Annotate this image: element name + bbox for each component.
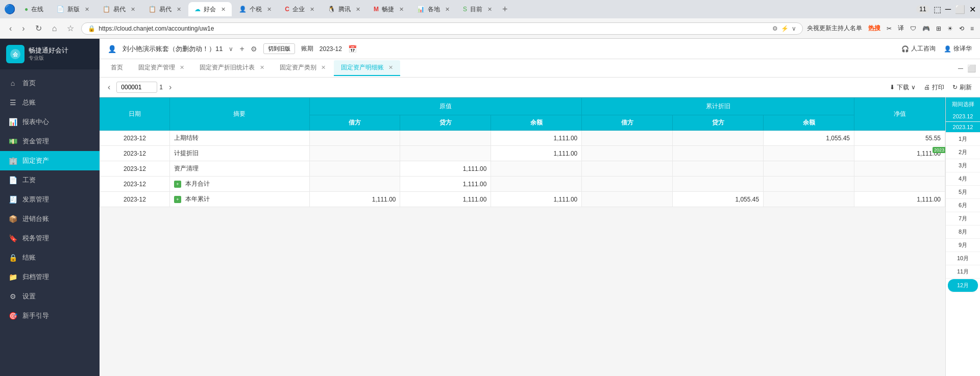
- hot-search-label[interactable]: 热搜: [868, 24, 880, 33]
- cell-lj-c-5: 1,055.45: [673, 192, 764, 207]
- period-month-1[interactable]: 1月: [946, 133, 980, 146]
- period-month-3[interactable]: 3月: [946, 159, 980, 172]
- home-button[interactable]: ⌂: [49, 23, 60, 34]
- cell-date-2: 2023-12: [100, 146, 170, 161]
- sidebar-item-reports[interactable]: 📊 报表中心: [0, 112, 100, 132]
- download-button[interactable]: ⬇ 下载 ∨: [890, 83, 916, 92]
- period-month-8[interactable]: 8月: [946, 225, 980, 239]
- tab-online[interactable]: ● 在线: [18, 2, 50, 16]
- settings-button[interactable]: ⚙: [251, 45, 257, 53]
- print-button[interactable]: 🖨 打印: [924, 83, 944, 92]
- url-bar[interactable]: 🔒 https://cloud.chanjet.com/accounting/u…: [81, 22, 803, 35]
- col-netvalue: 净值: [854, 98, 945, 131]
- sidebar-label-archive: 归档管理: [22, 272, 49, 282]
- tab-asset-management[interactable]: 固定资产管理 ✕: [131, 60, 191, 76]
- refresh-data-button[interactable]: ↻ 刷新: [952, 83, 972, 92]
- forward-button[interactable]: ›: [19, 23, 28, 34]
- sidebar-item-ledger[interactable]: ☰ 总账: [0, 93, 100, 112]
- sidebar-item-archive[interactable]: 📁 归档管理: [0, 267, 100, 287]
- sidebar-item-closing[interactable]: 🔒 结账: [0, 248, 100, 267]
- period-month-4[interactable]: 4月: [946, 172, 980, 186]
- tab-muqian[interactable]: S 目前 ✕: [457, 2, 498, 16]
- tab-close[interactable]: ✕: [267, 6, 272, 13]
- period-month-6[interactable]: 6月: [946, 199, 980, 212]
- cell-yz-c-3: 1,111.00: [400, 161, 491, 177]
- period-month-10[interactable]: 10月: [946, 252, 980, 265]
- add-button[interactable]: +: [239, 44, 244, 54]
- cell-summary-1: 上期结转: [169, 131, 309, 146]
- period-month-2[interactable]: 2月: [946, 146, 980, 159]
- version-button[interactable]: 切到旧版: [263, 43, 295, 54]
- next-asset-button[interactable]: ›: [169, 83, 172, 92]
- sidebar-item-tax[interactable]: 🔖 税务管理: [0, 229, 100, 248]
- tab-homepage[interactable]: 首页: [104, 60, 130, 76]
- tab-getax[interactable]: 👤 个税 ✕: [233, 2, 278, 16]
- tab-yidai1[interactable]: 📋 易代 ✕: [96, 2, 141, 16]
- sidebar-item-settings[interactable]: ⚙ 设置: [0, 287, 100, 306]
- period-month-11[interactable]: 11月: [946, 265, 980, 279]
- tab-asset-category[interactable]: 固定资产类别 ✕: [273, 60, 333, 76]
- sidebar-label-funds: 资金管理: [22, 137, 49, 146]
- tab-close[interactable]: ✕: [131, 6, 135, 13]
- sidebar-item-inventory[interactable]: 📦 进销台账: [0, 209, 100, 229]
- refresh-button[interactable]: ↻: [32, 22, 45, 34]
- sidebar-item-home[interactable]: ⌂ 首页: [0, 73, 100, 93]
- tab-close[interactable]: ✕: [356, 6, 360, 13]
- tab-depreciation-stats[interactable]: 固定资产折旧统计表 ✕: [192, 60, 271, 76]
- sidebar-item-funds[interactable]: 💵 资金管理: [0, 132, 100, 151]
- settings-icon: ⚙: [8, 292, 17, 301]
- tab-gedi[interactable]: 📊 各地 ✕: [411, 2, 456, 16]
- tab-close-detail[interactable]: ✕: [388, 64, 393, 70]
- tab-close-dep-stats[interactable]: ✕: [260, 64, 264, 70]
- sidebar-label-ledger: 总账: [22, 98, 36, 107]
- sidebar-label-payroll: 工资: [22, 176, 36, 185]
- cell-lj-d-1: [582, 131, 673, 146]
- sidebar-label-reports: 报表中心: [22, 117, 49, 127]
- maximize-button[interactable]: ⬜: [967, 64, 976, 72]
- tab-asset-detail[interactable]: 固定资产明细账 ✕: [334, 60, 400, 76]
- cell-lj-d-3: [582, 161, 673, 177]
- tab-close[interactable]: ✕: [177, 6, 181, 13]
- period-date-1[interactable]: 2023.12: [946, 111, 980, 122]
- cell-lj-d-5: [582, 192, 673, 207]
- sidebar-item-invoice[interactable]: 🧾 发票管理: [0, 190, 100, 209]
- new-tab-button[interactable]: +: [499, 4, 511, 15]
- tab-close[interactable]: ✕: [85, 6, 89, 13]
- minimize-button[interactable]: ─: [958, 64, 963, 72]
- tab-yidai2[interactable]: 📋 易代 ✕: [142, 2, 187, 16]
- sidebar-item-payroll[interactable]: 📄 工资: [0, 170, 100, 190]
- tab-close-asset-mgmt[interactable]: ✕: [180, 64, 184, 70]
- tab-close[interactable]: ✕: [445, 6, 450, 13]
- tab-enterprise[interactable]: C 企业 ✕: [279, 2, 321, 16]
- sidebar-item-assets[interactable]: 🏢 固定资产: [0, 151, 100, 170]
- calendar-icon[interactable]: 📅: [348, 45, 357, 53]
- tab-new[interactable]: 📄 新版 ✕: [51, 2, 95, 16]
- period-month-7[interactable]: 7月: [946, 212, 980, 225]
- back-button[interactable]: ‹: [6, 23, 15, 34]
- year-badge: 2023: [933, 147, 945, 153]
- tab-close-cat[interactable]: ✕: [321, 64, 326, 70]
- bookmark-button[interactable]: ☆: [64, 22, 77, 34]
- service-button[interactable]: 🎧 人工咨询: [901, 44, 936, 53]
- sidebar-item-guide[interactable]: 🎯 新手引导: [0, 306, 100, 325]
- period-month-9[interactable]: 9月: [946, 239, 980, 252]
- cell-yz-b-4: [491, 177, 582, 192]
- period-month-5[interactable]: 5月: [946, 186, 980, 199]
- tab-haohui[interactable]: ☁ 好会 ✕: [188, 2, 232, 16]
- user-button[interactable]: 👤 徐译华: [944, 44, 972, 53]
- cell-yz-b-3: [491, 161, 582, 177]
- prev-asset-button[interactable]: ‹: [108, 83, 110, 92]
- period-month-12[interactable]: 12月: [948, 279, 978, 292]
- col-leiji: 累计折旧: [582, 98, 854, 115]
- tab-close[interactable]: ✕: [221, 6, 226, 13]
- inventory-icon: 📦: [8, 214, 17, 223]
- period-date-2[interactable]: 2023.12: [946, 122, 980, 133]
- toolbar: ‹ 1 › ⬇ 下载 ∨ 🖨 打印 ↻: [100, 78, 980, 97]
- tab-close[interactable]: ✕: [399, 6, 404, 13]
- tab-changjie[interactable]: M 畅捷 ✕: [368, 2, 410, 16]
- asset-code-input[interactable]: [116, 82, 157, 93]
- tab-close[interactable]: ✕: [310, 6, 314, 13]
- tab-tencent[interactable]: 🐧 腾讯 ✕: [322, 2, 366, 16]
- dropdown-icon[interactable]: ∨: [229, 45, 233, 53]
- tab-close[interactable]: ✕: [487, 6, 492, 13]
